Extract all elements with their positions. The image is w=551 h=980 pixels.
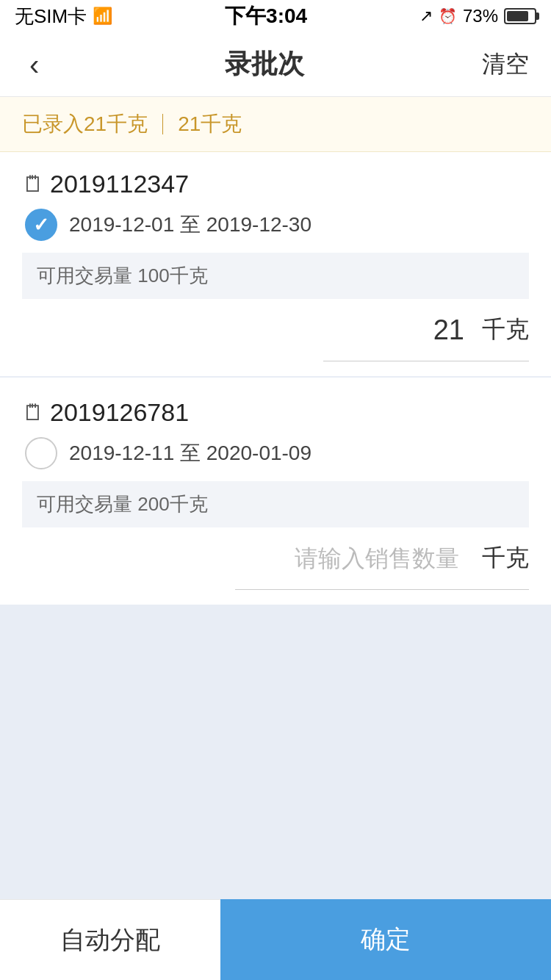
batch-2-header: 🗒 2019126781 bbox=[22, 398, 529, 427]
back-button[interactable]: ‹ bbox=[22, 43, 46, 87]
confirm-button[interactable]: 确定 bbox=[220, 899, 551, 980]
batch-2-id: 2019126781 bbox=[50, 398, 189, 427]
batch-1-date: 2019-12-01 至 2019-12-30 bbox=[69, 211, 311, 239]
battery-percent: 73% bbox=[463, 6, 498, 26]
bottom-buttons: 自动分配 确定 bbox=[0, 899, 551, 980]
wifi-icon: 📶 bbox=[93, 7, 112, 26]
summary-bar: 已录入21千克 21千克 bbox=[0, 97, 551, 152]
batch-2-icon: 🗒 bbox=[22, 400, 44, 425]
batch-1-quantity-row: 21 千克 bbox=[0, 299, 551, 361]
batch-1-qty-unit: 千克 bbox=[482, 314, 529, 346]
status-time: 下午3:04 bbox=[225, 2, 307, 30]
location-icon: ↗ bbox=[419, 7, 433, 26]
alarm-icon: ⏰ bbox=[439, 7, 457, 25]
batch-2-date-row[interactable]: 2019-12-11 至 2020-01-09 bbox=[22, 437, 529, 469]
batch-2-unit: 千克 bbox=[482, 542, 529, 574]
summary-label: 已录入21千克 bbox=[22, 110, 148, 138]
auto-distribute-button[interactable]: 自动分配 bbox=[0, 899, 220, 980]
batch-2-input-row: 千克 bbox=[0, 527, 551, 589]
batch-1-available: 可用交易量 100千克 bbox=[22, 253, 529, 299]
summary-amount: 21千克 bbox=[178, 110, 242, 138]
batch-2-available: 可用交易量 200千克 bbox=[22, 481, 529, 527]
clear-button[interactable]: 清空 bbox=[482, 48, 529, 81]
batch-1-id: 2019112347 bbox=[50, 170, 189, 198]
batch-1-header: 🗒 2019112347 bbox=[22, 170, 529, 198]
batch-1-radio[interactable] bbox=[25, 209, 57, 241]
summary-divider bbox=[162, 114, 163, 134]
status-right: ↗ ⏰ 73% bbox=[419, 6, 536, 26]
status-bar: 无SIM卡 📶 下午3:04 ↗ ⏰ 73% bbox=[0, 0, 551, 32]
batch-1-qty-value: 21 bbox=[433, 314, 464, 346]
page-title: 录批次 bbox=[225, 46, 304, 82]
batch-2-date: 2019-12-11 至 2020-01-09 bbox=[69, 439, 311, 467]
batch-item-1: 🗒 2019112347 2019-12-01 至 2019-12-30 可用交… bbox=[0, 152, 551, 299]
batch-2-qty-input[interactable] bbox=[22, 545, 470, 572]
batch-2-radio[interactable] bbox=[25, 437, 57, 469]
status-left: 无SIM卡 📶 bbox=[15, 4, 112, 29]
batch-1-date-row[interactable]: 2019-12-01 至 2019-12-30 bbox=[22, 209, 529, 241]
nav-bar: ‹ 录批次 清空 bbox=[0, 32, 551, 97]
batch-item-2: 🗒 2019126781 2019-12-11 至 2020-01-09 可用交… bbox=[0, 378, 551, 527]
batch-1-icon: 🗒 bbox=[22, 172, 44, 197]
battery-icon bbox=[504, 8, 536, 24]
bottom-area bbox=[0, 605, 551, 913]
carrier-text: 无SIM卡 bbox=[15, 4, 87, 29]
